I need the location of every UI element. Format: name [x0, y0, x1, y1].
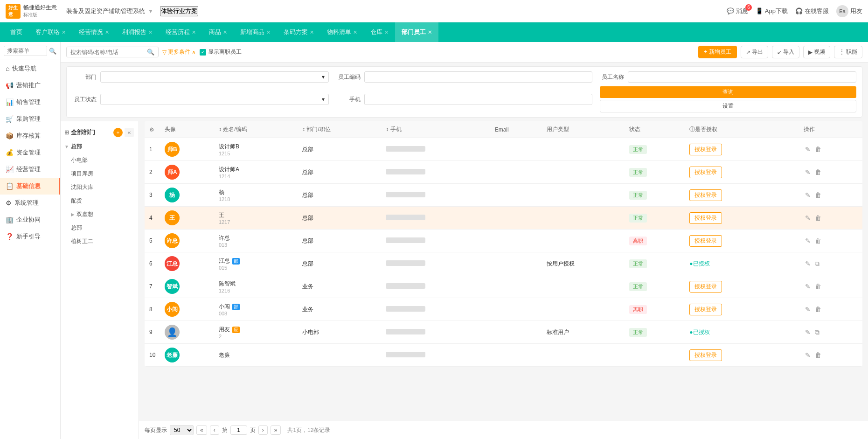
- col-settings[interactable]: ⚙: [145, 121, 160, 138]
- tab-history[interactable]: 经营历程 ✕: [159, 22, 202, 42]
- dept-item-shuangxu[interactable]: ▶ 双虚想: [61, 208, 139, 221]
- delete-btn[interactable]: 🗑: [813, 237, 823, 244]
- sidebar-item-inventory[interactable]: 📦 库存核算: [0, 127, 60, 144]
- import-btn[interactable]: ↙导入: [772, 46, 799, 58]
- edit-btn[interactable]: ✎: [804, 260, 812, 267]
- dept-item-zhishu[interactable]: 植树王二: [61, 235, 139, 248]
- close-icon[interactable]: ✕: [192, 29, 196, 35]
- tab-barcode[interactable]: 条码方案 ✕: [277, 22, 320, 42]
- dept-item-zongbu[interactable]: 总部: [61, 221, 139, 235]
- app-download-btn[interactable]: 📱 App下载: [756, 7, 788, 15]
- col-dept[interactable]: ↕ 部门/职位: [298, 121, 381, 138]
- delete-btn[interactable]: 🗑: [813, 146, 823, 153]
- auth-btn[interactable]: 授权登录: [689, 235, 722, 247]
- delete-btn[interactable]: 🗑: [813, 168, 823, 176]
- sidebar-item-guide[interactable]: ❓ 新手引导: [0, 228, 60, 245]
- edit-btn[interactable]: ✎: [804, 237, 812, 244]
- edit-btn[interactable]: ✎: [804, 351, 812, 359]
- edit-btn[interactable]: ✎: [804, 191, 812, 199]
- export-btn[interactable]: ↗导出: [741, 46, 768, 58]
- collapse-dept-btn[interactable]: «: [125, 128, 134, 137]
- add-dept-btn[interactable]: +: [113, 128, 123, 137]
- auth-btn[interactable]: 授权登录: [689, 349, 722, 361]
- sidebar-item-enterprise[interactable]: 🏢 企业协同: [0, 211, 60, 228]
- sidebar-item-basic-info[interactable]: 📋 基础信息: [0, 178, 60, 195]
- prev-page-btn[interactable]: ‹: [210, 425, 219, 435]
- more-btn[interactable]: ⋮ 职能: [834, 46, 862, 58]
- add-employee-btn[interactable]: + 新增员工: [698, 46, 736, 58]
- tab-operations[interactable]: 经营情况 ✕: [72, 22, 116, 42]
- dept-item-project[interactable]: 项目库房: [61, 167, 139, 181]
- info-icon[interactable]: ⓘ: [689, 126, 695, 132]
- tab-customer[interactable]: 客户联络 ✕: [29, 22, 72, 42]
- video-btn[interactable]: ▶视频: [803, 46, 830, 58]
- tab-new-goods[interactable]: 新增商品 ✕: [234, 22, 277, 42]
- auth-btn[interactable]: 授权登录: [689, 304, 722, 315]
- user-menu-btn[interactable]: Ea 用友: [836, 5, 862, 17]
- edit-btn[interactable]: ✎: [804, 328, 812, 336]
- auth-btn[interactable]: 授权登录: [689, 189, 722, 201]
- more-conditions-btn[interactable]: ▽ 更多条件 ∧: [162, 48, 196, 56]
- sidebar-item-quick-nav[interactable]: ⌂ 快速导航: [0, 60, 60, 77]
- close-icon[interactable]: ✕: [310, 29, 314, 35]
- dept-item-distribution[interactable]: 配货: [61, 194, 139, 208]
- delete-btn[interactable]: 🗑: [813, 214, 823, 222]
- per-page-select[interactable]: 50 20 100: [170, 425, 194, 435]
- page-input[interactable]: [230, 425, 247, 435]
- close-icon[interactable]: ✕: [428, 29, 432, 35]
- edit-btn[interactable]: ✎: [804, 146, 812, 153]
- sidebar-item-finance[interactable]: 💰 资金管理: [0, 144, 60, 161]
- auth-btn[interactable]: 授权登录: [689, 144, 722, 155]
- dept-item-root[interactable]: ▼ 总部: [61, 140, 139, 153]
- delete-btn[interactable]: 🗑: [813, 283, 823, 290]
- close-icon[interactable]: ✕: [384, 29, 389, 35]
- auth-btn[interactable]: 授权登录: [689, 167, 722, 178]
- tab-home[interactable]: 首页: [4, 22, 29, 42]
- sidebar-item-marketing[interactable]: 📢 营销推广: [0, 77, 60, 94]
- delete-btn[interactable]: 🗑: [813, 191, 823, 199]
- close-icon[interactable]: ✕: [105, 29, 109, 35]
- sidebar-item-sales[interactable]: 📊 销售管理: [0, 94, 60, 111]
- sidebar-search-input[interactable]: [4, 46, 47, 56]
- emp-status-select[interactable]: ▾: [100, 94, 329, 105]
- auth-btn[interactable]: 授权登录: [689, 281, 722, 293]
- close-icon[interactable]: ✕: [223, 29, 227, 35]
- next-page-btn[interactable]: ›: [258, 425, 268, 435]
- tab-employees[interactable]: 部门员工 ✕: [395, 22, 438, 42]
- online-service-btn[interactable]: 🎧 在线客服: [795, 7, 829, 15]
- dept-item-shenyang[interactable]: 沈阳大库: [61, 181, 139, 194]
- delete-btn[interactable]: 🗑: [813, 351, 823, 359]
- search-btn[interactable]: 查询: [600, 86, 856, 98]
- last-page-btn[interactable]: »: [271, 425, 281, 435]
- emp-name-input[interactable]: [628, 71, 856, 83]
- tab-goods[interactable]: 商品 ✕: [202, 22, 234, 42]
- tab-profit[interactable]: 利润报告 ✕: [116, 22, 159, 42]
- tab-bom[interactable]: 物料清单 ✕: [320, 22, 364, 42]
- dept-select[interactable]: ▾: [100, 71, 329, 83]
- messages-btn[interactable]: 💬 6 消息: [727, 7, 748, 15]
- trial-btn[interactable]: 体验行业方案: [160, 6, 198, 16]
- first-page-btn[interactable]: «: [196, 425, 207, 435]
- edit-btn[interactable]: ✎: [804, 168, 812, 176]
- tab-warehouse[interactable]: 仓库 ✕: [364, 22, 395, 42]
- close-icon[interactable]: ✕: [148, 29, 153, 35]
- reset-btn[interactable]: 设置: [600, 100, 856, 112]
- copy-btn[interactable]: ⧉: [813, 328, 821, 336]
- edit-btn[interactable]: ✎: [804, 283, 812, 290]
- search-input[interactable]: [70, 49, 145, 56]
- sidebar-item-system[interactable]: ⚙ 系统管理: [0, 195, 60, 211]
- close-icon[interactable]: ✕: [62, 29, 66, 35]
- emp-code-input[interactable]: [364, 71, 593, 83]
- sidebar-item-operations[interactable]: 📈 经营管理: [0, 161, 60, 178]
- close-icon[interactable]: ✕: [266, 29, 271, 35]
- phone-input[interactable]: [364, 94, 593, 105]
- show-resigned-toggle[interactable]: ✓ 显示离职员工: [200, 48, 242, 56]
- col-name[interactable]: ↕ 姓名/编码: [214, 121, 298, 138]
- auth-btn[interactable]: 授权登录: [689, 212, 722, 224]
- edit-btn[interactable]: ✎: [804, 214, 812, 222]
- close-icon[interactable]: ✕: [353, 29, 357, 35]
- delete-btn[interactable]: 🗑: [813, 306, 823, 313]
- dept-item-xiaodian[interactable]: 小电部: [61, 153, 139, 167]
- edit-btn[interactable]: ✎: [804, 306, 812, 313]
- sidebar-item-purchase[interactable]: 🛒 采购管理: [0, 111, 60, 127]
